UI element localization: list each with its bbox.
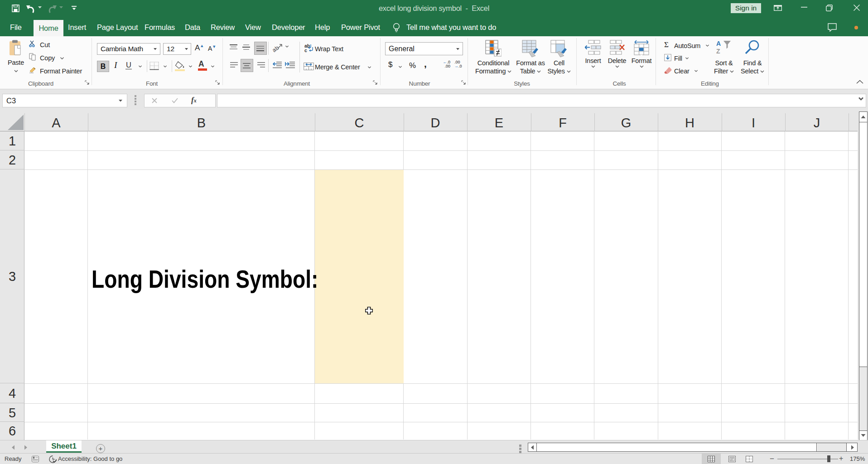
svg-text:Z: Z — [716, 48, 720, 55]
svg-text:c: c — [304, 48, 307, 53]
svg-text:A: A — [716, 40, 721, 47]
